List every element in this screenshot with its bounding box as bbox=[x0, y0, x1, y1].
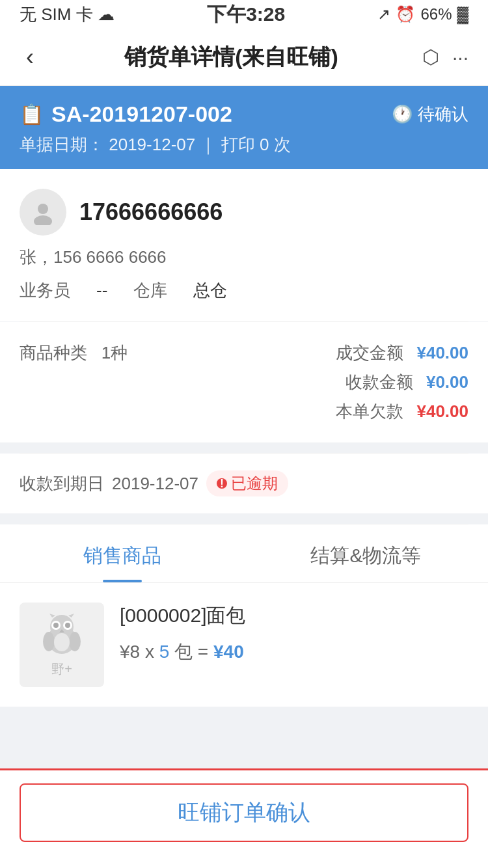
customer-name: 张，156 6666 6666 bbox=[20, 246, 468, 269]
share-icon[interactable]: ⬡ bbox=[422, 46, 439, 68]
quantity: 5 bbox=[159, 642, 170, 662]
svg-point-1 bbox=[34, 215, 52, 225]
status-time: 下午3:28 bbox=[207, 1, 285, 28]
battery-text: 66% bbox=[420, 5, 452, 23]
debt-value: ¥40.00 bbox=[416, 401, 468, 422]
status-left: 无 SIM 卡 ☁ bbox=[20, 3, 115, 26]
signal-text: 无 SIM 卡 ☁ bbox=[20, 3, 115, 26]
owl-label: 野+ bbox=[51, 660, 72, 678]
overdue-icon: ! bbox=[217, 478, 227, 489]
overdue-badge: ! 已逾期 bbox=[206, 470, 288, 496]
salesperson-label: 业务员 bbox=[20, 279, 70, 302]
received-value: ¥0.00 bbox=[426, 372, 468, 392]
product-type-row: 商品种类 1种 bbox=[20, 342, 128, 364]
order-header: 📋 SA-20191207-002 🕐 待确认 单据日期： 2019-12-07… bbox=[0, 86, 488, 169]
clock-icon: 🕐 bbox=[392, 104, 413, 124]
svg-point-7 bbox=[65, 623, 70, 628]
svg-point-13 bbox=[54, 633, 70, 651]
tab-settlement[interactable]: 结算&物流等 bbox=[244, 524, 488, 582]
amount-summary: 成交金额 ¥40.00 收款金额 ¥0.00 本单欠款 ¥40.00 bbox=[336, 342, 468, 423]
back-button[interactable]: ‹ bbox=[20, 37, 40, 77]
multiply-sign: x bbox=[145, 642, 159, 662]
product-type-value: 1种 bbox=[102, 343, 128, 362]
product-thumbnail: 野+ bbox=[20, 603, 104, 687]
due-label: 收款到期日 bbox=[20, 472, 104, 495]
order-status: 🕐 待确认 bbox=[392, 103, 468, 126]
price-value: ¥8 bbox=[120, 642, 140, 662]
more-icon[interactable]: ··· bbox=[452, 46, 468, 68]
order-id: 📋 SA-20191207-002 bbox=[20, 102, 232, 127]
status-bar: 无 SIM 卡 ☁ 下午3:28 ↗ ⏰ 66% ▓ bbox=[0, 0, 488, 29]
debt-label: 本单欠款 bbox=[336, 400, 403, 423]
summary-section: 商品种类 1种 成交金额 ¥40.00 收款金额 ¥0.00 本单欠款 ¥40.… bbox=[0, 322, 488, 442]
svg-point-0 bbox=[38, 204, 48, 214]
nav-bar: ‹ 销货单详情(来自旺铺) ⬡ ··· bbox=[0, 29, 488, 86]
svg-marker-10 bbox=[68, 614, 74, 617]
due-date-section: 收款到期日 2019-12-07 ! 已逾期 bbox=[0, 454, 488, 513]
unit: 包 bbox=[174, 642, 193, 662]
order-icon: 📋 bbox=[20, 103, 44, 126]
warehouse-value: 总仓 bbox=[193, 279, 227, 302]
location-icon: ↗ bbox=[377, 5, 390, 23]
avatar bbox=[20, 189, 66, 236]
product-name: [0000002]面包 bbox=[120, 603, 468, 629]
status-right: ↗ ⏰ 66% ▓ bbox=[377, 5, 468, 23]
overdue-text: 已逾期 bbox=[231, 473, 278, 494]
customer-info: 业务员 -- 仓库 总仓 bbox=[20, 279, 468, 302]
svg-point-11 bbox=[43, 632, 55, 651]
svg-point-6 bbox=[53, 623, 59, 628]
amount-value: ¥40.00 bbox=[416, 343, 468, 363]
amount-label: 成交金额 bbox=[336, 342, 403, 364]
received-label: 收款金额 bbox=[346, 371, 413, 394]
product-type-label: 商品种类 bbox=[20, 343, 87, 362]
tab-sales-product[interactable]: 销售商品 bbox=[0, 524, 244, 582]
svg-point-12 bbox=[69, 632, 81, 651]
customer-section: 17666666666 张，156 6666 6666 业务员 -- 仓库 总仓 bbox=[0, 169, 488, 321]
product-price: ¥8 x 5 包 = ¥40 bbox=[120, 640, 468, 664]
product-info: [0000002]面包 ¥8 x 5 包 = ¥40 bbox=[120, 603, 468, 664]
order-meta: 单据日期： 2019-12-07 ｜ 打印 0 次 bbox=[20, 133, 468, 156]
tabs-bar: 销售商品 结算&物流等 bbox=[0, 524, 488, 583]
confirm-button[interactable]: 旺铺订单确认 bbox=[20, 783, 468, 842]
battery-icon: ▓ bbox=[457, 5, 469, 23]
alarm-icon: ⏰ bbox=[396, 5, 415, 23]
page-title: 销货单详情(来自旺铺) bbox=[124, 42, 338, 72]
salesperson-value: -- bbox=[96, 280, 107, 301]
customer-phone: 17666666666 bbox=[79, 198, 223, 226]
warehouse-label: 仓库 bbox=[133, 279, 167, 302]
svg-marker-9 bbox=[49, 614, 55, 617]
total-price: ¥40 bbox=[213, 642, 244, 662]
nav-actions: ⬡ ··· bbox=[422, 46, 468, 68]
due-date: 2019-12-07 bbox=[112, 474, 198, 494]
equals-sign: = bbox=[198, 642, 213, 662]
confirm-button-wrap: 旺铺订单确认 bbox=[0, 768, 488, 868]
product-section: 野+ [0000002]面包 ¥8 x 5 包 = ¥40 bbox=[0, 583, 488, 707]
